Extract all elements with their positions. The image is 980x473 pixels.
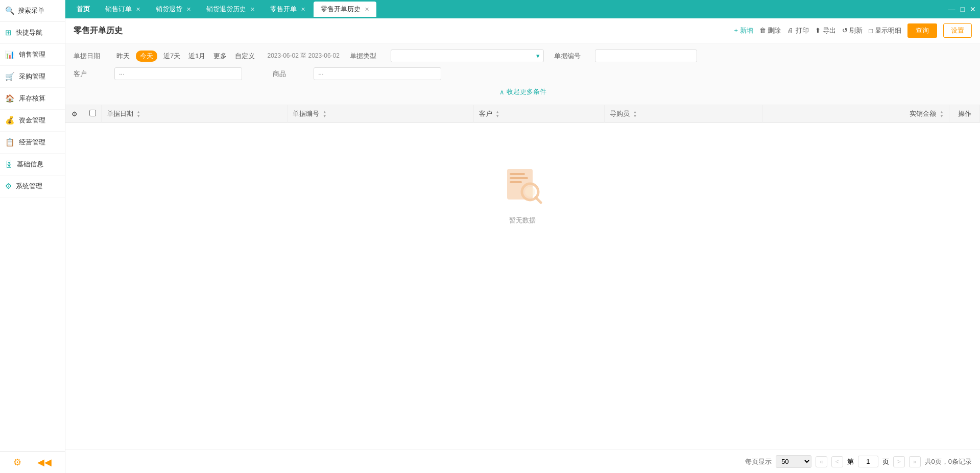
th-config[interactable]: ⚙ — [65, 105, 84, 123]
query-button[interactable]: 查询 — [907, 23, 937, 38]
empty-text: 暂无数据 — [509, 216, 536, 225]
pagination: 每页显示 50 10 20 100 « < 第 1 页 > » 共0页，0条记录 — [65, 450, 980, 473]
date-opt-yesterday[interactable]: 昨天 — [114, 51, 132, 62]
th-customer[interactable]: 客户 ▲▼ — [473, 105, 604, 123]
tab-sales-order[interactable]: 销售订单 ✕ — [98, 2, 148, 17]
sidebar-item-quick-nav[interactable]: ⊞ 快捷导航 — [0, 22, 65, 44]
filter-row-2: 客户 商品 — [74, 67, 972, 80]
collapse-button[interactable]: ∧ 收起更多条件 — [499, 87, 546, 96]
last-page-btn[interactable]: » — [909, 456, 921, 467]
sales-icon: 📊 — [5, 50, 15, 59]
tab-retail-open-label: 零售开单 — [270, 5, 297, 14]
bill-type-select[interactable] — [391, 49, 544, 62]
select-all-checkbox[interactable] — [89, 110, 96, 116]
sort-bill-date-icon[interactable]: ▲▼ — [136, 110, 140, 118]
content-area: 零售开单历史 + 新增 🗑 删除 🖨 打印 ⬆ 导出 ↺ 刷新 □ 显示明细 查… — [65, 18, 980, 473]
sidebar-search-label: 搜索采单 — [18, 6, 44, 15]
current-page-input[interactable]: 1 — [858, 456, 878, 467]
tab-sales-order-label: 销售订单 — [105, 5, 132, 14]
date-options: 昨天 今天 近7天 近1月 更多 自定义 — [114, 51, 257, 62]
th-amount[interactable]: 实销金额 ▲▼ — [763, 105, 949, 123]
system-icon: ⚙ — [5, 182, 12, 191]
date-opt-custom[interactable]: 自定义 — [233, 51, 257, 62]
sidebar-item-purchase-mgmt[interactable]: 🛒 采购管理 — [0, 66, 65, 88]
sidebar-bottom: ⚙ ◀◀ — [0, 451, 65, 473]
close-btn[interactable]: ✕ — [970, 5, 976, 13]
th-check[interactable] — [84, 105, 101, 123]
svg-line-5 — [536, 197, 541, 203]
sidebar-item-label: 库存核算 — [19, 94, 45, 103]
tab-sales-return[interactable]: 销货退货 ✕ — [149, 2, 198, 17]
delete-button[interactable]: 🗑 删除 — [759, 26, 781, 35]
table-header: ⚙ 单据日期 ▲▼ 单据编号 ▲▼ — [65, 105, 980, 123]
customer-input[interactable] — [114, 67, 242, 80]
sidebar-item-inventory[interactable]: 🏠 库存核算 — [0, 88, 65, 110]
th-guide-label: 导购员 — [610, 110, 630, 117]
close-retail-open-history-icon[interactable]: ✕ — [365, 6, 369, 13]
sort-amount-icon[interactable]: ▲▼ — [940, 110, 944, 118]
th-bill-date[interactable]: 单据日期 ▲▼ — [101, 105, 288, 123]
maximize-btn[interactable]: □ — [961, 5, 965, 13]
close-sales-order-icon[interactable]: ✕ — [136, 6, 140, 13]
settings-icon[interactable]: ⚙ — [71, 110, 78, 118]
bill-type-select-wrap: ▾ — [391, 49, 544, 62]
date-opt-more[interactable]: 更多 — [211, 51, 229, 62]
bill-no-input[interactable] — [595, 49, 697, 62]
svg-rect-1 — [510, 173, 525, 175]
customer-label: 客户 — [74, 69, 104, 79]
page-suffix-label: 页 — [882, 457, 889, 466]
sidebar-item-basic-info[interactable]: 🗄 基础信息 — [0, 154, 65, 176]
date-opt-7days[interactable]: 近7天 — [161, 51, 182, 62]
table-body: 暂无数据 — [65, 123, 980, 266]
th-guide[interactable]: 导购员 ▲▼ — [604, 105, 762, 123]
quick-nav-icon: ⊞ — [5, 28, 12, 37]
sort-customer-icon[interactable]: ▲▼ — [495, 110, 499, 118]
print-button[interactable]: 🖨 打印 — [787, 26, 809, 35]
th-bill-no-label: 单据编号 — [293, 110, 319, 117]
sidebar: 🔍 搜索采单 ⊞ 快捷导航 📊 销售管理 🛒 采购管理 🏠 库存核算 💰 资金管… — [0, 0, 65, 473]
per-page-select[interactable]: 50 10 20 100 — [776, 455, 811, 468]
th-operation: 操作 — [949, 105, 980, 123]
filter-row-1: 单据日期 昨天 今天 近7天 近1月 更多 自定义 2023-06-02 至 2… — [74, 49, 972, 62]
date-opt-today[interactable]: 今天 — [136, 51, 157, 62]
tab-home[interactable]: 首页 — [69, 2, 97, 17]
tab-sales-return-history[interactable]: 销货退货历史 ✕ — [199, 2, 262, 17]
add-button[interactable]: + 新增 — [734, 26, 753, 35]
next-page-btn[interactable]: > — [893, 456, 905, 467]
sidebar-item-sales-mgmt[interactable]: 📊 销售管理 — [0, 44, 65, 66]
page-header: 零售开单历史 + 新增 🗑 删除 🖨 打印 ⬆ 导出 ↺ 刷新 □ 显示明细 查… — [65, 18, 980, 43]
sort-bill-no-icon[interactable]: ▲▼ — [323, 110, 327, 118]
goods-input[interactable] — [314, 67, 441, 80]
prev-page-btn[interactable]: < — [831, 456, 843, 467]
tab-retail-open-history[interactable]: 零售开单历史 ✕ — [314, 2, 376, 17]
close-retail-open-icon[interactable]: ✕ — [301, 6, 305, 13]
export-button[interactable]: ⬆ 导出 — [815, 26, 836, 35]
sidebar-item-operations[interactable]: 📋 经营管理 — [0, 132, 65, 154]
tab-retail-open[interactable]: 零售开单 ✕ — [263, 2, 313, 17]
sidebar-item-system-mgmt[interactable]: ⚙ 系统管理 — [0, 176, 65, 197]
tab-bar: 首页 销售订单 ✕ 销货退货 ✕ 销货退货历史 ✕ 零售开单 ✕ 零售开单历史 … — [65, 0, 980, 18]
th-amount-label: 实销金额 — [910, 110, 936, 117]
collapse-sidebar-icon[interactable]: ◀◀ — [37, 457, 52, 468]
date-opt-1month[interactable]: 近1月 — [186, 51, 207, 62]
minimize-btn[interactable]: — — [948, 5, 955, 13]
th-bill-no[interactable]: 单据编号 ▲▼ — [288, 105, 474, 123]
close-sales-return-history-icon[interactable]: ✕ — [250, 6, 255, 13]
close-sales-return-icon[interactable]: ✕ — [186, 6, 191, 13]
sort-guide-icon[interactable]: ▲▼ — [633, 110, 637, 118]
toolbar: + 新增 🗑 删除 🖨 打印 ⬆ 导出 ↺ 刷新 □ 显示明细 查询 设置 — [734, 23, 972, 38]
settings-gear-icon[interactable]: ⚙ — [13, 457, 21, 468]
first-page-btn[interactable]: « — [816, 456, 827, 467]
basic-info-icon: 🗄 — [5, 160, 13, 169]
setting-button[interactable]: 设置 — [943, 23, 972, 38]
refresh-button[interactable]: ↺ 刷新 — [842, 26, 863, 35]
page-prefix-label: 第 — [847, 457, 854, 466]
sidebar-item-finance[interactable]: 💰 资金管理 — [0, 110, 65, 132]
th-customer-label: 客户 — [479, 110, 492, 117]
th-operation-label: 操作 — [958, 110, 971, 117]
sidebar-search[interactable]: 🔍 搜索采单 — [0, 0, 65, 22]
sidebar-item-label: 系统管理 — [16, 182, 42, 191]
display-detail-toggle[interactable]: □ 显示明细 — [869, 26, 901, 35]
page-title: 零售开单历史 — [74, 26, 123, 36]
inventory-icon: 🏠 — [5, 94, 15, 103]
